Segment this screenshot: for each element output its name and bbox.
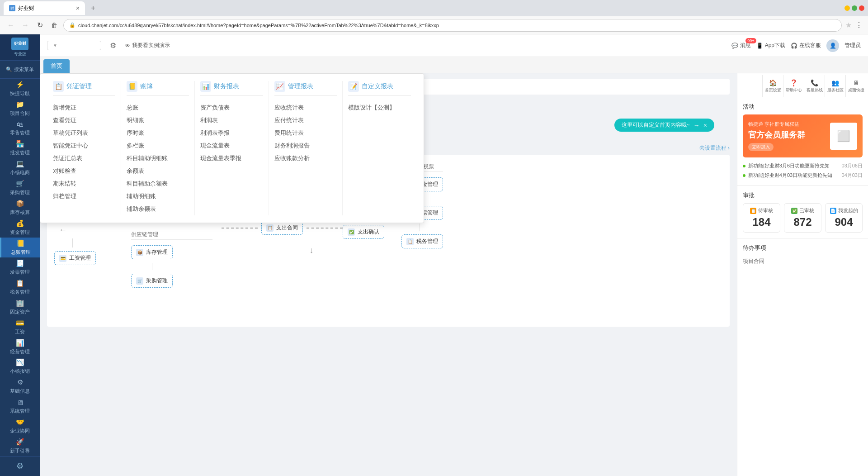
browser-tab[interactable]: 财 好业财 × [4, 1, 85, 15]
menu-item-template-design[interactable]: 模版设计【公测】 [348, 101, 411, 114]
minimize-button[interactable] [844, 5, 850, 11]
sidebar-item-retail[interactable]: 🛍 零售管理 [0, 119, 40, 138]
nav-forward-button[interactable]: → [20, 20, 31, 31]
inventory-box-icon: 📦 [136, 249, 143, 256]
notification-button[interactable]: 💬 消息 99+ [731, 42, 751, 49]
menu-item-archive[interactable]: 归档管理 [53, 190, 115, 203]
menu-item-draft-voucher[interactable]: 草稿凭证列表 [53, 127, 115, 139]
menu-item-balance[interactable]: 余额表 [127, 165, 189, 177]
help-center-button[interactable]: ❓ 帮助中心 [783, 75, 804, 97]
approval-card-initiated[interactable]: 📄 我发起的 904 [825, 203, 863, 233]
news-item-2[interactable]: 新功能|好业财4月03日功能更新抢先知 04月03日 [743, 171, 863, 180]
sidebar-item-new-guide[interactable]: 🚀 新手引导 [0, 436, 40, 456]
bookmark-icon[interactable]: ★ [845, 21, 852, 29]
menu-item-subject-balance[interactable]: 科目辅助余额表 [127, 177, 189, 190]
online-service-button[interactable]: 🎧 在线客服 [791, 42, 821, 49]
approval-card-pending[interactable]: 📋 待审核 184 [743, 203, 780, 233]
payroll-mgmt-box[interactable]: 💳 工资管理 [54, 251, 96, 265]
tax-box-icon: 📋 [406, 238, 414, 245]
company-selector[interactable]: ▼ [47, 41, 101, 50]
tip-close-button[interactable]: × [703, 122, 707, 129]
sidebar-item-purchase[interactable]: 🛒 采购管理 [0, 178, 40, 198]
menu-item-view-voucher[interactable]: 查看凭证 [53, 114, 115, 127]
menu-item-subject-detail[interactable]: 科目辅助明细账 [127, 152, 189, 165]
expense-icon: 📋 [266, 224, 274, 232]
menu-item-cashflow-quarterly[interactable]: 现金流量表季报 [200, 152, 263, 165]
menu-item-period-end[interactable]: 期末结转 [53, 177, 115, 190]
initiated-count: 904 [829, 216, 859, 228]
menu-item-aux-balance[interactable]: 辅助余额表 [127, 203, 189, 215]
banner-sub2: 享社群专属权益 [764, 121, 799, 127]
sidebar-item-system[interactable]: 🖥 系统管理 [0, 396, 40, 416]
new-tab-button[interactable]: + [88, 3, 99, 14]
menu-item-sequence-ledger[interactable]: 序时账 [127, 127, 189, 139]
close-button[interactable] [859, 5, 864, 11]
sidebar-item-sales-expense[interactable]: 📉 小畅报销 [0, 357, 40, 377]
news-item-1[interactable]: 新功能|好业财3月6日功能更新抢先知 03月06日 [743, 161, 863, 171]
sidebar-item-invoice[interactable]: 🧾 发票管理 [0, 257, 40, 277]
url-bar[interactable]: 🔒 cloud.chanjet.com/cc/u6d89qwnryel/57bf… [63, 19, 842, 32]
menu-item-expense-stats[interactable]: 费用统计表 [274, 127, 337, 139]
sidebar-item-operations[interactable]: 📊 经营管理 [0, 337, 40, 357]
sidebar-item-ecommerce[interactable]: 💻 小畅电商 [0, 158, 40, 178]
maximize-button[interactable] [852, 5, 857, 11]
menu-item-receivable-analysis[interactable]: 应收账款分析 [274, 152, 337, 165]
tab-bar: 首页 [40, 57, 868, 73]
expense-confirm-box[interactable]: ✅ 支出确认 [343, 225, 384, 239]
menu-item-receivable-stats[interactable]: 应收统计表 [274, 101, 337, 114]
sidebar-settings-button[interactable]: ⚙ [0, 456, 40, 476]
sidebar-item-inventory[interactable]: 📦 库存核算 [0, 198, 40, 218]
inventory-mgmt-box[interactable]: 📦 库存管理 [131, 245, 173, 259]
sidebar-item-general-ledger[interactable]: 📒 总账管理 [0, 238, 40, 257]
menu-item-aux-detail[interactable]: 辅助明细账 [127, 190, 189, 203]
menu-item-multi-ledger[interactable]: 多栏账 [127, 139, 189, 152]
nav-refresh-button[interactable]: ↻ [34, 20, 45, 31]
menu-item-payable-stats[interactable]: 应付统计表 [274, 114, 337, 127]
mgmt-report-section-icon: 📈 [274, 81, 285, 92]
menu-item-new-voucher[interactable]: 新增凭证 [53, 101, 115, 114]
menu-item-profit-report[interactable]: 财务利润报告 [274, 139, 337, 152]
sidebar-item-fixed-assets[interactable]: 🏢 固定资产 [0, 297, 40, 317]
topbar-settings-button[interactable]: ⚙ [107, 39, 119, 52]
setup-flow-link[interactable]: 去设置流程 › [699, 144, 730, 152]
inventory-icon: 📦 [16, 200, 24, 208]
sidebar-item-payroll[interactable]: 💳 工资 [0, 317, 40, 337]
sidebar-item-tax[interactable]: 📋 税务管理 [0, 277, 40, 297]
menu-item-profit-quarterly[interactable]: 利润表季报 [200, 127, 263, 139]
menu-item-general-ledger[interactable]: 总账 [127, 101, 189, 114]
menu-item-profit[interactable]: 利润表 [200, 114, 263, 127]
sidebar-item-finance[interactable]: 💰 资金管理 [0, 218, 40, 238]
user-avatar[interactable]: 👤 [826, 39, 839, 52]
menu-item-smart-voucher[interactable]: 智能凭证中心 [53, 139, 115, 152]
chevron-down-icon: ▼ [53, 43, 57, 48]
purchase-mgmt-box[interactable]: 🛒 采购管理 [131, 274, 173, 288]
activity-banner[interactable]: 畅捷通 享社群专属权益 官方会员服务群 立即加入 ⬜ [743, 114, 863, 157]
menu-item-voucher-summary[interactable]: 凭证汇总表 [53, 152, 115, 165]
sidebar-item-basics[interactable]: ⚙ 基础信息 [0, 376, 40, 396]
nav-back-button[interactable]: ← [5, 20, 16, 31]
tax-mgmt-box[interactable]: 📋 税务管理 [401, 234, 443, 248]
app-download-button[interactable]: 📱 App下载 [756, 42, 785, 49]
tab-home[interactable]: 首页 [43, 59, 70, 73]
approval-card-approved[interactable]: ✅ 已审核 872 [784, 203, 821, 233]
community-button[interactable]: 👥 服务社区 [825, 75, 845, 97]
hotline-button[interactable]: 📞 客服热线 [804, 75, 825, 97]
banner-tag[interactable]: 立即加入 [748, 143, 774, 151]
nav-delete-button[interactable]: 🗑 [49, 20, 60, 31]
sidebar-item-project-contract[interactable]: 📁 项目合同 [0, 99, 40, 119]
sidebar-item-enterprise[interactable]: 🤝 企业协同 [0, 416, 40, 436]
sidebar-item-search[interactable]: 🔍 搜索菜单 [0, 61, 40, 79]
menu-item-balance-sheet[interactable]: 资产负债表 [200, 101, 263, 114]
nav-menu-icon[interactable]: ⋮ [855, 21, 863, 29]
menu-item-detail-ledger[interactable]: 明细账 [127, 114, 189, 127]
pending-item-1[interactable]: 项目合同 [743, 256, 863, 267]
tab-close-icon[interactable]: × [76, 5, 80, 12]
desktop-shortcut-button[interactable]: 🖥 桌面快捷 [845, 75, 866, 97]
homepage-settings-button[interactable]: 🏠 首页设置 [762, 75, 783, 97]
sidebar-item-shortcut[interactable]: ⚡ 快捷导航 [0, 79, 40, 99]
sidebar-item-wholesale[interactable]: 🏪 批发管理 [0, 138, 40, 158]
menu-item-reconcile[interactable]: 对账检查 [53, 165, 115, 177]
approval-section: 审批 📋 待审核 184 ✅ 已审核 [737, 186, 868, 238]
demo-link[interactable]: 👁 我要看实例演示 [125, 42, 170, 49]
menu-item-cashflow[interactable]: 现金流量表 [200, 139, 263, 152]
